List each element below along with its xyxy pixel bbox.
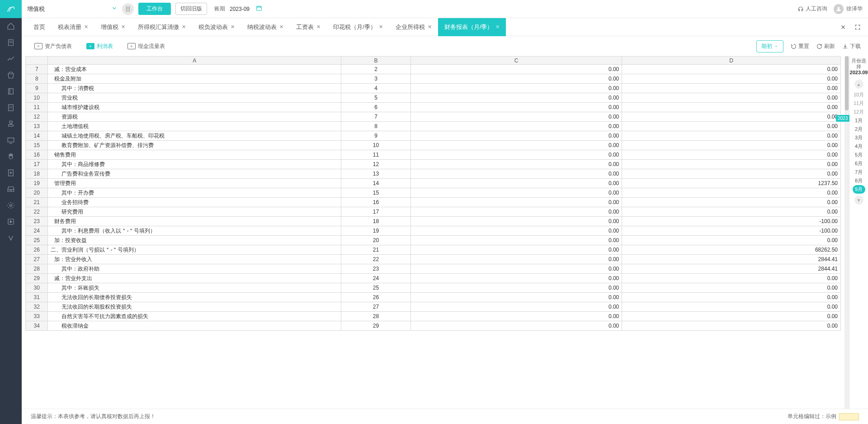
cell-d[interactable]: 0.00 bbox=[622, 169, 841, 179]
cell-d[interactable]: 0.00 bbox=[622, 188, 841, 198]
period-initial-button[interactable]: 期初 bbox=[756, 40, 783, 52]
cell-d[interactable]: -100.00 bbox=[622, 226, 841, 236]
cell-c[interactable]: 0.00 bbox=[411, 112, 622, 122]
row-header[interactable]: 24 bbox=[26, 226, 48, 236]
row-header[interactable]: 29 bbox=[26, 274, 48, 283]
cell-d[interactable]: 0.00 bbox=[622, 150, 841, 160]
tab-close-icon[interactable]: ✕ bbox=[121, 24, 125, 30]
cell-d[interactable]: 0.00 bbox=[622, 293, 841, 302]
cell-a[interactable]: 加：投资收益 bbox=[48, 236, 341, 245]
cell-c[interactable]: 0.00 bbox=[411, 179, 622, 188]
month-option[interactable]: 7月 bbox=[849, 168, 868, 176]
row-header[interactable]: 12 bbox=[26, 112, 48, 122]
vertical-scrollbar[interactable] bbox=[844, 56, 849, 409]
cell-b[interactable]: 3 bbox=[341, 74, 411, 84]
row-header[interactable]: 32 bbox=[26, 302, 48, 312]
row-header[interactable]: 31 bbox=[26, 293, 48, 302]
row-header[interactable]: 23 bbox=[26, 217, 48, 226]
row-header[interactable]: 30 bbox=[26, 283, 48, 293]
nav-bag-icon[interactable] bbox=[0, 67, 22, 83]
cell-a[interactable]: 减：营业成本 bbox=[48, 65, 341, 74]
tab-item[interactable]: 工资表✕ bbox=[290, 18, 327, 36]
nav-monitor-icon[interactable] bbox=[0, 132, 22, 148]
tab-close-icon[interactable]: ✕ bbox=[84, 24, 88, 30]
tab-item[interactable]: 税表清册✕ bbox=[52, 18, 94, 36]
cell-a[interactable]: 税金及附加 bbox=[48, 74, 341, 84]
cell-c[interactable]: 0.00 bbox=[411, 150, 622, 160]
month-option[interactable]: 6月 bbox=[849, 159, 868, 168]
tab-close-icon[interactable]: ✕ bbox=[231, 24, 235, 30]
refresh-button[interactable]: 刷新 bbox=[816, 43, 835, 50]
cell-a[interactable]: 教育费附加、矿产资源补偿费、排污费 bbox=[48, 141, 341, 150]
cell-a[interactable]: 城镇土地使用税、房产税、车船税、印花税 bbox=[48, 131, 341, 141]
cell-d[interactable]: 0.00 bbox=[622, 141, 841, 150]
nav-export-icon[interactable] bbox=[0, 165, 22, 181]
cell-b[interactable]: 16 bbox=[341, 198, 411, 207]
cell-a[interactable]: 加：营业外收入 bbox=[48, 255, 341, 264]
nav-play-icon[interactable] bbox=[0, 214, 22, 230]
cell-d[interactable]: 0.00 bbox=[622, 84, 841, 93]
scrollbar-thumb[interactable] bbox=[845, 56, 849, 110]
cell-d[interactable]: 0.00 bbox=[622, 198, 841, 207]
nav-book-icon[interactable] bbox=[0, 83, 22, 100]
cell-d[interactable]: 0.00 bbox=[622, 131, 841, 141]
cell-b[interactable]: 19 bbox=[341, 226, 411, 236]
cell-b[interactable]: 4 bbox=[341, 84, 411, 93]
cell-a[interactable]: 无法收回的长期债券投资损失 bbox=[48, 293, 341, 302]
cell-d[interactable]: 0.00 bbox=[622, 112, 841, 122]
col-header-b[interactable]: B bbox=[341, 57, 411, 65]
cell-d[interactable]: 0.00 bbox=[622, 283, 841, 293]
month-option[interactable]: 2月 bbox=[849, 125, 868, 133]
month-option[interactable]: 9月 bbox=[853, 185, 865, 194]
row-header[interactable]: 25 bbox=[26, 236, 48, 245]
cell-d[interactable]: 0.00 bbox=[622, 160, 841, 169]
tab-close-icon[interactable]: ✕ bbox=[279, 24, 283, 30]
report-subtab[interactable]: ≡利润表 bbox=[81, 40, 118, 53]
tab-item[interactable]: 首页 bbox=[27, 18, 52, 36]
cell-a[interactable]: 减：营业外支出 bbox=[48, 274, 341, 283]
month-down-button[interactable]: ▼ bbox=[854, 195, 863, 205]
cell-b[interactable]: 17 bbox=[341, 207, 411, 217]
cell-c[interactable]: 0.00 bbox=[411, 236, 622, 245]
cell-c[interactable]: 0.00 bbox=[411, 188, 622, 198]
cell-d[interactable]: 2844.41 bbox=[622, 255, 841, 264]
report-subtab[interactable]: ≡现金流量表 bbox=[122, 40, 170, 53]
cell-a[interactable]: 二、营业利润（亏损以＂-＂号填列） bbox=[48, 245, 341, 255]
row-header[interactable]: 26 bbox=[26, 245, 48, 255]
cell-b[interactable]: 21 bbox=[341, 245, 411, 255]
cell-c[interactable]: 0.00 bbox=[411, 198, 622, 207]
cell-c[interactable]: 0.00 bbox=[411, 141, 622, 150]
cell-a[interactable]: 其中：坏账损失 bbox=[48, 283, 341, 293]
nav-stamp-icon[interactable] bbox=[0, 116, 22, 132]
cell-a[interactable]: 其中：商品维修费 bbox=[48, 160, 341, 169]
cell-a[interactable]: 其中：消费税 bbox=[48, 84, 341, 93]
cell-d[interactable]: 0.00 bbox=[622, 93, 841, 103]
tab-item[interactable]: 税负波动表✕ bbox=[192, 18, 241, 36]
tab-close-icon[interactable]: ✕ bbox=[379, 24, 383, 30]
cell-c[interactable]: 0.00 bbox=[411, 122, 622, 131]
cell-b[interactable]: 11 bbox=[341, 150, 411, 160]
cell-b[interactable]: 22 bbox=[341, 255, 411, 264]
row-header[interactable]: 9 bbox=[26, 84, 48, 93]
tab-item[interactable]: 增值税✕ bbox=[94, 18, 132, 36]
cell-a[interactable]: 其中：政府补助 bbox=[48, 264, 341, 274]
cell-b[interactable]: 10 bbox=[341, 141, 411, 150]
cell-c[interactable]: 0.00 bbox=[411, 217, 622, 226]
cell-c[interactable]: 0.00 bbox=[411, 207, 622, 217]
nav-v-icon[interactable] bbox=[0, 230, 22, 246]
nav-home-icon[interactable] bbox=[0, 18, 22, 34]
tab-item[interactable]: 企业所得税✕ bbox=[389, 18, 438, 36]
tab-item[interactable]: 财务报表（月/季）✕ bbox=[438, 18, 506, 36]
cell-c[interactable]: 0.00 bbox=[411, 160, 622, 169]
cell-d[interactable]: 0.00 bbox=[622, 321, 841, 331]
cell-a[interactable]: 其中：利息费用（收入以＂-＂号填列） bbox=[48, 226, 341, 236]
cell-b[interactable]: 15 bbox=[341, 188, 411, 198]
cell-b[interactable]: 28 bbox=[341, 312, 411, 321]
tab-close-icon[interactable]: ✕ bbox=[316, 24, 321, 30]
cell-d[interactable]: 0.00 bbox=[622, 274, 841, 283]
cell-b[interactable]: 14 bbox=[341, 179, 411, 188]
report-subtab[interactable]: ≡资产负债表 bbox=[29, 40, 77, 53]
month-option[interactable]: 4月 bbox=[849, 142, 868, 151]
col-header-c[interactable]: C bbox=[411, 57, 622, 65]
cell-a[interactable]: 其中：开办费 bbox=[48, 188, 341, 198]
